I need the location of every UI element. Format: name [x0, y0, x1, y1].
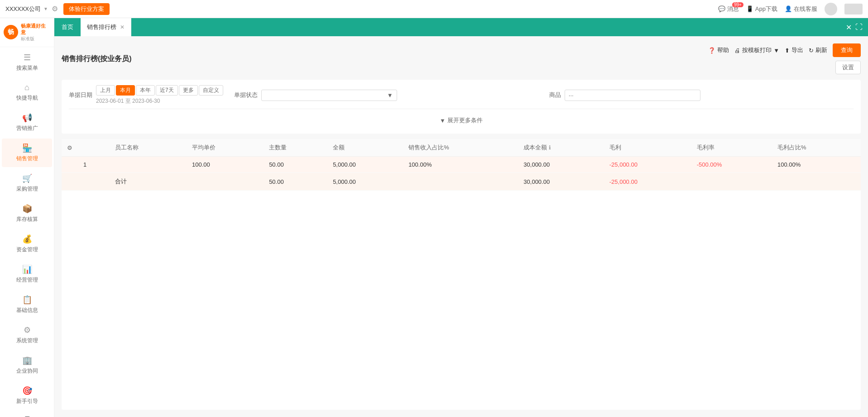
footer-profit-rate [691, 173, 772, 191]
enterprise-icon: 🏢 [22, 355, 32, 365]
action-buttons: ❓ 帮助 🖨 按模板打印 ▼ ⬆ 导出 ↻ [708, 43, 861, 57]
goods-input[interactable]: ··· [565, 90, 700, 101]
export-button[interactable]: ⬆ 导出 [785, 46, 803, 54]
sidebar-item-finance[interactable]: 💰 资金管理 [2, 230, 52, 258]
export-icon: ⬆ [785, 47, 790, 54]
footer-profit-pct [772, 173, 861, 191]
date-btn-last-month[interactable]: 上月 [96, 85, 115, 96]
inventory-icon: 📦 [22, 204, 32, 214]
status-filter: 单据状态 ▼ [234, 90, 538, 101]
sidebar-item-inventory[interactable]: 📦 库存核算 [2, 199, 52, 228]
tab-bar: 首页 销售排行榜 ✕ ✕ ⛶ [54, 18, 868, 36]
marketing-icon: 📢 [22, 113, 32, 123]
sidebar-item-sales[interactable]: 🏪 销售管理 [2, 139, 52, 167]
header-actions: ❓ 帮助 🖨 按模板打印 ▼ ⬆ 导出 ↻ [708, 43, 861, 74]
basic-info-icon: 📋 [22, 295, 32, 305]
logo-sub: 标准版 [21, 36, 50, 42]
tab-sales-rank[interactable]: 销售排行榜 ✕ [81, 18, 131, 36]
expand-icon: ▼ [440, 117, 446, 124]
row-profit-rate: -500.00% [691, 157, 772, 173]
row-rank: 1 [78, 157, 110, 173]
print-icon: 🖨 [734, 47, 740, 54]
footer-label: 合计 [110, 173, 187, 191]
row-cost: 30,000.00 [518, 157, 604, 173]
user-name-placeholder [844, 4, 863, 14]
date-picker-area: 上月 本月 本年 近7天 更多 自定义 2023-06-01 至 2023-06… [96, 85, 223, 105]
date-range-text: 2023-06-01 至 2023-06-30 [96, 97, 223, 105]
message-badge: 99+ [732, 2, 743, 7]
col-profit-rate: 毛利率 [691, 139, 772, 157]
sidebar-item-basic-info[interactable]: 📋 基础信息 [2, 290, 52, 319]
row-profit-pct: 100.00% [772, 157, 861, 173]
footer-qty: 50.00 [264, 173, 327, 191]
search-menu-icon: ☰ [24, 53, 31, 62]
sidebar-item-app-center[interactable]: 📱 应用中心 [2, 412, 52, 417]
col-qty: 主数量 [264, 139, 327, 157]
company-selector[interactable]: XXXXXX公司 ▼ [5, 5, 48, 13]
filter-divider [69, 109, 854, 109]
refresh-button[interactable]: ↻ 刷新 [809, 46, 827, 54]
date-filter: 单据日期 上月 本月 本年 近7天 更多 自定义 2023-06-01 至 20… [69, 85, 223, 105]
date-btn-this-month[interactable]: 本月 [116, 85, 135, 96]
query-button[interactable]: 查询 [833, 43, 861, 57]
page-title: 销售排行榜(按业务员) [62, 54, 132, 64]
message-button[interactable]: 💬 消息 99+ [718, 5, 739, 13]
finance-icon: 💰 [22, 234, 32, 244]
date-btn-7days[interactable]: 近7天 [156, 85, 178, 96]
col-name: 员工名称 [110, 139, 187, 157]
settings-icon[interactable]: ⚙ [52, 5, 58, 13]
date-filter-label: 单据日期 [69, 91, 92, 99]
company-chevron-icon: ▼ [43, 6, 48, 11]
status-select[interactable]: ▼ [261, 90, 397, 101]
purchase-icon: 🛒 [22, 173, 32, 183]
sidebar-item-system[interactable]: ⚙ 系统管理 [2, 321, 52, 349]
sidebar-item-search[interactable]: ☰ 搜索菜单 [2, 48, 52, 77]
sidebar-item-marketing[interactable]: 📢 营销推广 [2, 108, 52, 137]
table-body: 1 100.00 50.00 5,000.00 100.00% 30,000.0… [62, 157, 861, 173]
help-button[interactable]: ❓ 帮助 [708, 46, 729, 54]
template-print-button[interactable]: 🖨 按模板打印 ▼ [734, 46, 779, 54]
row-name [110, 157, 187, 173]
sidebar-item-purchase[interactable]: 🛒 采购管理 [2, 169, 52, 197]
quick-nav-icon: ⌂ [24, 83, 29, 92]
table-row: 1 100.00 50.00 5,000.00 100.00% 30,000.0… [62, 157, 861, 173]
avatar[interactable] [825, 3, 837, 15]
tab-close-icon[interactable]: ✕ [120, 24, 125, 30]
tab-expand-icon[interactable]: ⛶ [855, 23, 863, 31]
col-avg-price: 平均单价 [187, 139, 264, 157]
guide-icon: 🎯 [22, 386, 32, 396]
date-btn-custom[interactable]: 自定义 [199, 85, 223, 96]
footer-profit: -25,000.00 [604, 173, 691, 191]
sidebar-item-enterprise[interactable]: 🏢 企业协同 [2, 351, 52, 379]
online-service-button[interactable]: 👤 在线客服 [785, 5, 817, 13]
logo-text-area: 畅康通好生意 标准版 [21, 23, 50, 42]
row-sales-pct: 100.00% [403, 157, 518, 173]
tab-close-window-icon[interactable]: ✕ [846, 23, 852, 32]
col-sales-pct: 销售收入占比% [403, 139, 518, 157]
main-layout: 畅 畅康通好生意 标准版 ☰ 搜索菜单 ⌂ 快捷导航 📢 营销推广 🏪 销售管理… [0, 18, 868, 417]
expand-more-filters-button[interactable]: ▼ 展开更多条件 [69, 113, 854, 128]
page-header: 销售排行榜(按业务员) ❓ 帮助 🖨 按模板打印 ▼ ⬆ [62, 43, 861, 74]
row-qty: 50.00 [264, 157, 327, 173]
top-right-area: 💬 消息 99+ 📱 App下载 👤 在线客服 [718, 3, 863, 15]
date-btn-more[interactable]: 更多 [179, 85, 198, 96]
cost-info-icon[interactable]: ℹ [549, 144, 551, 151]
tab-home[interactable]: 首页 [54, 18, 81, 36]
sidebar-item-guide[interactable]: 🎯 新手引导 [2, 381, 52, 410]
goods-filter: 商品 ··· [549, 90, 854, 101]
tab-bar-right: ✕ ⛶ [846, 23, 868, 32]
app-download-button[interactable]: 📱 App下载 [746, 5, 777, 13]
col-settings-icon[interactable]: ⚙ [67, 144, 72, 151]
table-header-row: ⚙ 员工名称 平均单价 主数量 全额 销售收入占比% 成本全额 ℹ 毛利 [62, 139, 861, 157]
footer-avg-price [187, 173, 264, 191]
settings-button[interactable]: 设置 [835, 61, 861, 74]
table-container: ⚙ 员工名称 平均单价 主数量 全额 销售收入占比% 成本全额 ℹ 毛利 [62, 139, 861, 410]
sidebar-item-operation[interactable]: 📊 经营管理 [2, 260, 52, 288]
date-btn-this-year[interactable]: 本年 [136, 85, 155, 96]
table-footer: 合计 50.00 5,000.00 30,000.00 -25,000.00 [62, 173, 861, 191]
col-rank [78, 139, 110, 157]
sidebar-item-quick-nav[interactable]: ⌂ 快捷导航 [2, 78, 52, 106]
col-profit: 毛利 [604, 139, 691, 157]
trial-button[interactable]: 体验行业方案 [63, 3, 110, 15]
page-content: 销售排行榜(按业务员) ❓ 帮助 🖨 按模板打印 ▼ ⬆ [54, 36, 868, 417]
